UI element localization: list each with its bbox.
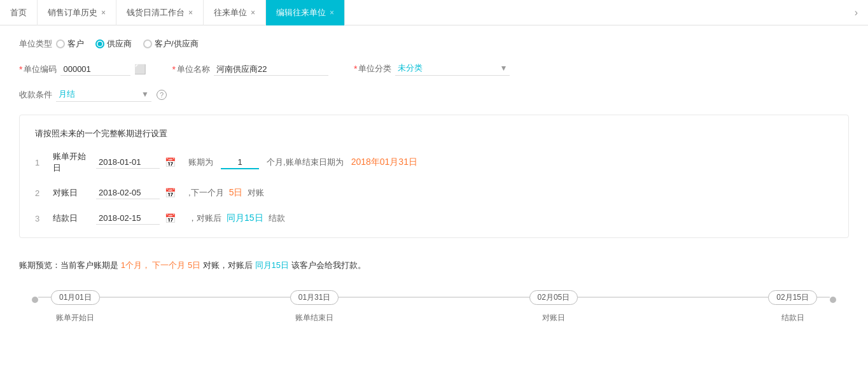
timeline-label-2: 对账日 (542, 313, 565, 323)
unit-category-label: 单位分类 (358, 63, 391, 74)
tabs-bar: 首页 销售订单历史 × 钱货日清工作台 × 往来单位 × 编辑往来单位 × › (0, 0, 868, 25)
timeline-item-3: 02月15日 结款日 (768, 290, 817, 323)
period-row-2-suffix: 对账 (248, 187, 264, 199)
period-row-1-prefix: 账期为 (188, 157, 213, 168)
tab-edit-partner-close[interactable]: × (330, 9, 334, 17)
period-row-2-prefix: ,下一个月 (188, 187, 224, 199)
radio-group: 客户 供应商 客户/供应商 (56, 38, 199, 50)
fields-row: * 单位编码 ⬜ * 单位名称 * 单位分类 未分类 ▼ (19, 61, 849, 76)
period-row-3-day: 同月15日 (227, 213, 263, 224)
timeline-badge-1: 01月31日 (290, 290, 339, 305)
timeline-badge-0: 01月01日 (51, 290, 100, 305)
preview-months: 1个月， (121, 260, 150, 270)
tab-partner-label: 往来单位 (214, 7, 247, 18)
period-row-2-label: 对账日 (53, 187, 91, 199)
payment-terms-help-icon[interactable]: ? (157, 90, 167, 100)
timeline-label-3: 结款日 (781, 313, 804, 323)
timeline-label-1: 账单结束日 (295, 313, 333, 323)
timeline-items: 01月01日 账单开始日 01月31日 账单结束日 02月05日 对账日 02月… (32, 290, 836, 323)
unit-code-group: * 单位编码 ⬜ (19, 63, 146, 76)
radio-both-label: 客户/供应商 (155, 38, 199, 50)
period-row-1-cal-icon[interactable]: 📅 (165, 157, 176, 167)
unit-category-arrow: ▼ (500, 64, 507, 73)
radio-both-circle (143, 39, 152, 48)
tab-edit-partner[interactable]: 编辑往来单位 × (266, 0, 345, 25)
payment-terms-label: 收款条件 (19, 89, 52, 101)
unit-name-input[interactable] (214, 63, 328, 76)
unit-name-label: 单位名称 (177, 64, 210, 75)
period-row-2-num: 2 (35, 188, 48, 198)
unit-code-copy-icon[interactable]: ⬜ (134, 64, 146, 75)
payment-terms-row: 收款条件 月结 ▼ ? (19, 87, 849, 102)
preview-payment-day: 同月15日 (255, 260, 289, 270)
tab-more-button[interactable]: › (850, 7, 863, 18)
tab-partner[interactable]: 往来单位 × (204, 0, 266, 25)
period-row-3-prefix: ，对账后 (188, 213, 221, 224)
unit-code-label: 单位编码 (24, 64, 57, 75)
timeline-badge-3: 02月15日 (768, 290, 817, 305)
unit-category-select[interactable]: 未分类 ▼ (395, 61, 510, 76)
period-row-1: 1 账单开始日 📅 账期为 个月,账单结束日期为 2018年01月31日 (35, 151, 833, 174)
period-row-3-label: 结款日 (53, 213, 91, 224)
period-row-3-cal-icon[interactable]: 📅 (165, 213, 176, 223)
preview-reconcile-suffix: 对账，对账后 (203, 260, 253, 270)
period-row-1-label: 账单开始日 (53, 151, 91, 174)
timeline-item-1: 01月31日 账单结束日 (290, 290, 339, 323)
radio-supplier-label: 供应商 (107, 38, 132, 50)
tab-cashflow[interactable]: 钱货日清工作台 × (116, 0, 204, 25)
radio-supplier[interactable]: 供应商 (95, 38, 132, 50)
period-row-2: 2 对账日 📅 ,下一个月 5日 对账 (35, 186, 833, 199)
period-box-title: 请按照未来的一个完整帐期进行设置 (35, 128, 833, 139)
timeline-container: 01月01日 账单开始日 01月31日 账单结束日 02月05日 对账日 02月… (19, 284, 849, 342)
unit-name-group: * 单位名称 (172, 63, 328, 76)
timeline-item-0: 01月01日 账单开始日 (51, 290, 100, 323)
timeline-label-0: 账单开始日 (56, 313, 94, 323)
period-box: 请按照未来的一个完整帐期进行设置 1 账单开始日 📅 账期为 个月,账单结束日期… (19, 115, 849, 238)
unit-category-value: 未分类 (398, 62, 497, 74)
radio-customer[interactable]: 客户 (56, 38, 84, 50)
period-row-2-day: 5日 (229, 187, 243, 199)
unit-name-star: * (172, 64, 175, 74)
period-row-1-suffix: 个月,账单结束日期为 (267, 157, 344, 168)
radio-customer-circle (56, 39, 65, 48)
radio-customer-label: 客户 (67, 38, 84, 50)
unit-code-input[interactable] (60, 63, 130, 76)
preview-text: 账期预览：当前客户账期是 1个月， 下一个月 5日 对账，对账后 同月15日 该… (19, 260, 849, 271)
payment-terms-select[interactable]: 月结 ▼ (56, 87, 151, 102)
timeline-item-2: 02月05日 对账日 (529, 290, 578, 323)
unit-category-group: * 单位分类 未分类 ▼ (354, 61, 510, 76)
period-row-3: 3 结款日 📅 ，对账后 同月15日 结款 (35, 212, 833, 225)
period-row-1-num: 1 (35, 158, 48, 167)
period-row-1-date[interactable] (96, 156, 160, 169)
main-content: 单位类型 客户 供应商 客户/供应商 * 单位编码 ⬜ * 单位名称 (0, 25, 868, 387)
preview-reconcile-prefix: 下一个月 (152, 260, 185, 270)
period-row-3-date[interactable] (96, 212, 160, 225)
unit-code-star: * (19, 64, 22, 74)
tab-edit-partner-label: 编辑往来单位 (276, 7, 326, 18)
payment-terms-value: 月结 (59, 88, 139, 100)
period-row-2-date[interactable] (96, 186, 160, 199)
tab-home[interactable]: 首页 (5, 0, 38, 25)
tab-sales-order-close[interactable]: × (101, 9, 106, 17)
tab-sales-order[interactable]: 销售订单历史 × (38, 0, 116, 25)
tab-home-label: 首页 (10, 7, 27, 18)
preview-section: 账期预览：当前客户账期是 1个月， 下一个月 5日 对账，对账后 同月15日 该… (19, 250, 849, 342)
tab-cashflow-label: 钱货日清工作台 (127, 7, 185, 18)
preview-prefix: 账期预览：当前客户账期是 (19, 260, 118, 270)
unit-category-star: * (354, 64, 357, 74)
period-row-1-end-date: 2018年01月31日 (351, 157, 417, 168)
unit-type-label: 单位类型 (19, 38, 52, 50)
radio-supplier-circle (95, 39, 104, 48)
tab-sales-order-label: 销售订单历史 (48, 7, 97, 18)
timeline-badge-2: 02月05日 (529, 290, 578, 305)
period-row-2-cal-icon[interactable]: 📅 (165, 188, 176, 198)
radio-both[interactable]: 客户/供应商 (143, 38, 199, 50)
tab-partner-close[interactable]: × (251, 9, 255, 17)
preview-payment-suffix: 该客户会给我打款。 (291, 260, 366, 270)
period-row-3-suffix: 结款 (269, 213, 285, 224)
period-row-3-num: 3 (35, 214, 48, 223)
preview-reconcile-day: 5日 (188, 260, 200, 270)
period-months-input[interactable] (221, 156, 259, 169)
tab-cashflow-close[interactable]: × (188, 9, 193, 17)
unit-type-row: 单位类型 客户 供应商 客户/供应商 (19, 38, 849, 50)
